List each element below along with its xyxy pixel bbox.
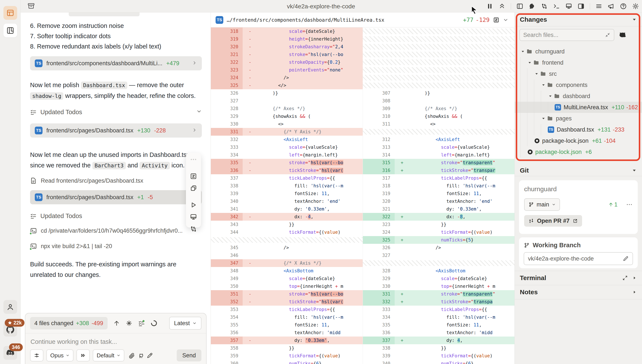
tree-item-package-lock-json[interactable]: package-lock.json+61-104 <box>515 135 642 146</box>
editor-icon[interactable] <box>493 17 499 23</box>
diff-stats: +77 -129 <box>463 16 489 23</box>
expand-icon[interactable] <box>622 275 628 281</box>
diff-line: 326 )} <box>211 89 363 97</box>
copy-icon[interactable] <box>190 184 197 192</box>
ts-file-icon: TS <box>555 104 561 110</box>
model-select[interactable]: Opus <box>46 350 74 362</box>
diff-line <box>211 236 363 244</box>
tree-item-churnguard[interactable]: churnguard <box>515 46 642 57</box>
file-change-card[interactable]: TSfrontend/src/components/dashboard/Mult… <box>30 56 202 70</box>
tree-caret-icon[interactable] <box>520 49 526 54</box>
terminal-icon[interactable] <box>553 3 560 10</box>
file-change-card[interactable]: TSfrontend/src/pages/Dashboard.tsx+1-5 <box>30 190 202 204</box>
zed-icon[interactable] <box>190 172 197 180</box>
terminal-section-header[interactable]: Terminal <box>515 271 642 284</box>
megaphone-icon[interactable] <box>608 3 614 10</box>
panel-right-icon[interactable] <box>577 3 584 10</box>
tool-call-row[interactable]: cd /private/var/folders/10/h7w0q46556ggr… <box>30 227 202 234</box>
changes-section-header[interactable]: Changes <box>515 14 642 25</box>
git-compare-icon[interactable] <box>541 3 548 10</box>
pen-icon[interactable] <box>147 352 153 359</box>
diff-line <box>363 28 514 35</box>
account-button[interactable] <box>4 300 17 314</box>
collapse-tree-icon[interactable] <box>605 32 610 38</box>
updated-todos-toggle[interactable]: Updated Todos <box>30 212 202 220</box>
panel-left-icon[interactable] <box>516 3 523 10</box>
tree-caret-icon[interactable] <box>534 71 540 76</box>
checklist-dot-icon[interactable] <box>138 320 145 327</box>
branch-select[interactable]: main <box>524 198 560 211</box>
fast-forward-button[interactable] <box>77 350 90 362</box>
diff-row: 338 fill: 'hsl(var(--m318 fill: 'hsl(var… <box>211 182 514 190</box>
help-icon[interactable] <box>620 3 627 10</box>
diff-line <box>363 128 514 136</box>
tree-caret-icon[interactable] <box>527 60 533 65</box>
tree-caret-icon[interactable] <box>548 94 554 99</box>
dots-icon[interactable] <box>190 156 197 163</box>
send-button[interactable]: Send <box>177 350 201 362</box>
diff-line: 333 tickLabelProps={{ <box>363 306 514 313</box>
burst-icon[interactable] <box>126 320 133 327</box>
collapse-diff-icon[interactable] <box>503 17 508 23</box>
monitor-icon[interactable] <box>565 3 572 10</box>
working-branch-card: Working Branch vk/4e2a-explore-the-code <box>519 237 638 268</box>
diff-line: 329 {showAxis && ( <box>211 112 363 120</box>
chat-icon[interactable] <box>529 3 535 10</box>
diff-row: 336- tickStroke="hsl(var(316+ tickStroke… <box>211 166 514 174</box>
todo-list-text: 6. Remove zoom instruction noise7. Softe… <box>30 20 202 52</box>
terminal-box-icon <box>30 243 37 250</box>
tree-item-dashboard[interactable]: dashboard <box>515 90 642 102</box>
composer-settings-button[interactable] <box>30 350 43 362</box>
tree-item-pages[interactable]: pages <box>515 113 642 124</box>
tool-call-label: npx vite build 2>&1 | tail -20 <box>41 243 112 250</box>
layout-icon <box>7 9 14 17</box>
spinner-icon[interactable] <box>151 320 157 327</box>
workspace-item[interactable] <box>4 24 17 37</box>
git-more-button[interactable] <box>626 201 632 208</box>
tree-caret-icon[interactable] <box>541 82 547 88</box>
git-section-header[interactable]: Git <box>515 165 642 176</box>
diff-line: 323 }} <box>363 221 514 228</box>
diff-row: 353 tickLabelProps={{333 tickLabelProps=… <box>211 306 514 313</box>
menu-icon[interactable] <box>595 3 602 10</box>
arrow-up-icon[interactable] <box>113 320 120 327</box>
play-icon[interactable] <box>190 201 197 208</box>
updated-todos-toggle[interactable]: Updated Todos <box>30 108 202 116</box>
diff-line: 310 {showAxis && ( <box>363 112 514 120</box>
gear-icon[interactable] <box>632 3 639 10</box>
chevrons-up-icon[interactable] <box>499 3 505 10</box>
paperclip-icon[interactable] <box>129 352 135 359</box>
tree-caret-icon[interactable] <box>541 116 547 121</box>
git-compare-icon[interactable] <box>190 225 197 233</box>
json-file-icon <box>534 138 540 144</box>
workspace-item-active[interactable] <box>4 6 17 20</box>
pause-icon[interactable] <box>486 3 493 10</box>
file-change-card[interactable]: TSfrontend/src/pages/Dashboard.tsx+130-2… <box>30 124 202 138</box>
monitor-icon[interactable] <box>190 213 197 221</box>
diff-row: 334 left={margin.left}314 left={margin.l… <box>211 151 514 159</box>
cat-icon[interactable] <box>618 31 627 39</box>
tool-call-row[interactable]: npx vite build 2>&1 | tail -20 <box>30 243 202 250</box>
diff-line: 316+ tickStroke="transpar <box>363 166 514 174</box>
tree-item-multilinearea-tsx[interactable]: TSMultiLineArea.tsx+110-162 <box>515 102 642 113</box>
archive-icon[interactable] <box>28 2 35 10</box>
message-input[interactable]: Continue working on this task... <box>31 338 117 345</box>
tool-call-row[interactable]: Read frontend/src/pages/Dashboard.tsx <box>30 177 202 184</box>
tree-item-components[interactable]: components <box>515 80 642 90</box>
tree-item-dashboard-tsx[interactable]: TSDashboard.tsx+131-233 <box>515 124 642 135</box>
octocat-icon[interactable] <box>138 352 144 359</box>
notes-section-header[interactable]: Notes <box>515 286 642 299</box>
pencil-icon[interactable] <box>623 256 629 262</box>
search-input[interactable]: Search files... <box>519 29 614 41</box>
tree-item-src[interactable]: src <box>515 68 642 80</box>
diff-line: 332 <AxisLeft <box>211 136 363 143</box>
working-branch-input[interactable]: vk/4e2a-explore-the-code <box>524 252 633 265</box>
diff-line: 331- {/* Y Axis */} <box>211 128 363 136</box>
tree-item-package-lock-json[interactable]: package-lock.json+6 <box>515 146 642 158</box>
mode-select[interactable]: Default <box>93 350 124 362</box>
version-select[interactable]: Latest <box>169 317 201 330</box>
folder-icon <box>547 82 553 88</box>
files-changed-pill[interactable]: 4 files changed +308 -499 <box>30 317 108 330</box>
tree-item-frontend[interactable]: frontend <box>515 57 642 68</box>
open-pr-button[interactable]: Open PR #7 <box>524 215 582 227</box>
